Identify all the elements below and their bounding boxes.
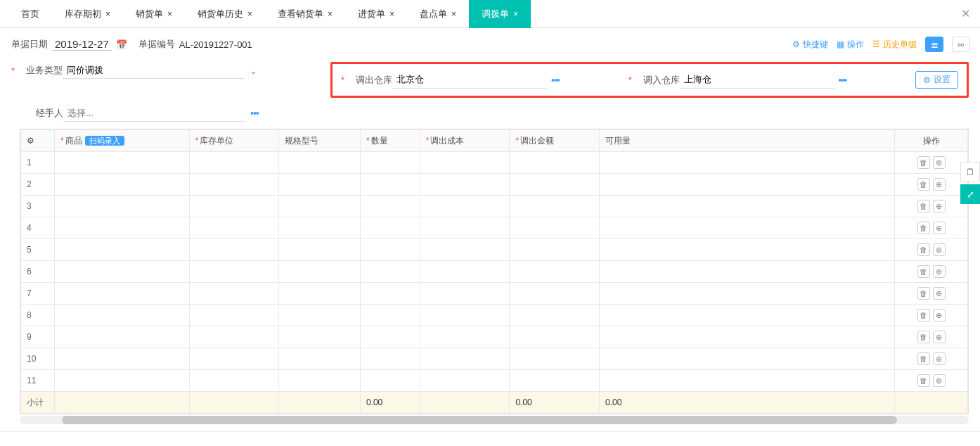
table-row[interactable]: 3🗑⊕ [21,196,968,217]
close-icon[interactable]: ✕ [961,7,970,20]
tab-销货单历史[interactable]: 销货单历史× [185,0,265,28]
table-row[interactable]: 11🗑⊕ [21,370,968,392]
docno-value: AL-20191227-001 [179,39,252,50]
col-unit: *库存单位 [189,130,279,152]
tab-查看销货单[interactable]: 查看销货单× [265,0,345,28]
col-spec: 规格型号 [279,130,361,152]
more-icon[interactable]: ••• [551,75,560,86]
col-cost: *调出成本 [420,130,510,152]
shortcut-link[interactable]: ⚙快捷键 [792,39,828,51]
delete-icon[interactable]: 🗑 [917,374,930,387]
close-icon[interactable]: × [389,9,394,19]
gear-icon: ⚙ [923,75,931,85]
in-wh-label: 调入仓库 [636,74,680,87]
table-row[interactable]: 2🗑⊕ [21,174,968,196]
line-items-grid: ⚙ *商品扫码录入 *库存单位 规格型号 *数量 *调出成本 *调出金额 可用量… [20,129,969,414]
chevron-down-icon[interactable]: ⌄ [250,65,257,76]
calendar-icon[interactable]: 📅 [116,39,127,50]
date-value[interactable]: 2019-12-27 [52,38,112,51]
close-icon[interactable]: × [167,9,172,19]
delete-icon[interactable]: 🗑 [917,265,930,278]
add-icon[interactable]: ⊕ [933,200,946,212]
table-row[interactable]: 9🗑⊕ [21,326,968,348]
biz-type-input[interactable] [63,62,245,79]
expand-icon[interactable]: ⤢ [960,184,980,204]
add-icon[interactable]: ⊕ [933,178,946,191]
list-icon: ☰ [872,39,880,49]
delete-icon[interactable]: 🗑 [917,200,930,212]
out-wh-input[interactable] [392,72,547,89]
delete-icon[interactable]: 🗑 [917,156,930,169]
tab-首页[interactable]: 首页 [8,0,52,28]
close-icon[interactable]: × [328,9,333,19]
table-row[interactable]: 7🗑⊕ [21,283,968,305]
form-row-1: * 业务类型 ⌄ * 调出仓库 ••• * 调入仓库 ••• ⚙设置 [0,58,980,105]
close-icon[interactable]: × [105,9,110,19]
delete-icon[interactable]: 🗑 [917,222,930,234]
operate-link[interactable]: ▦操作 [837,39,864,51]
more-icon[interactable]: ••• [250,108,259,119]
add-icon[interactable]: ⊕ [933,309,946,321]
delete-icon[interactable]: 🗑 [917,331,930,343]
close-icon[interactable]: × [513,9,518,19]
doc-header: 单据日期 2019-12-27 📅 单据编号 AL-20191227-001 ⚙… [0,28,980,58]
table-row[interactable]: 4🗑⊕ [21,217,968,239]
col-product: *商品扫码录入 [55,130,190,152]
col-gear[interactable]: ⚙ [21,130,55,152]
grid-icon: ▦ [837,39,844,49]
view-list-button[interactable]: ≣ [925,37,943,52]
subtotal-row: 小计0.000.000.00 [21,392,968,414]
table-row[interactable]: 6🗑⊕ [21,261,968,283]
delete-icon[interactable]: 🗑 [917,178,930,191]
delete-icon[interactable]: 🗑 [917,309,930,321]
col-amount: *调出金额 [510,130,600,152]
add-icon[interactable]: ⊕ [933,243,946,256]
add-icon[interactable]: ⊕ [933,265,946,278]
highlighted-warehouse-block: * 调出仓库 ••• * 调入仓库 ••• ⚙设置 [330,62,969,98]
biz-type-field: * 业务类型 ⌄ [11,62,314,79]
notes-icon[interactable]: 🗒 [960,162,980,181]
gear-icon: ⚙ [792,39,800,49]
table-row[interactable]: 1🗑⊕ [21,152,968,174]
date-label: 单据日期 [11,38,48,51]
handler-label: 经手人 [20,107,63,120]
horizontal-scrollbar[interactable] [20,416,969,424]
add-icon[interactable]: ⊕ [933,156,946,169]
delete-icon[interactable]: 🗑 [917,243,930,256]
col-avail: 可用量 [600,130,895,152]
tab-库存期初[interactable]: 库存期初× [52,0,123,28]
in-wh-input[interactable] [680,72,834,89]
table-row[interactable]: 8🗑⊕ [21,305,968,326]
side-float-panel: 🗒 ⤢ [960,162,980,204]
tab-盘点单[interactable]: 盘点单× [407,0,469,28]
delete-icon[interactable]: 🗑 [917,352,930,365]
docno-label: 单据编号 [138,38,175,51]
biz-type-label: 业务类型 [19,64,63,77]
tab-进货单[interactable]: 进货单× [345,0,407,28]
table-row[interactable]: 5🗑⊕ [21,239,968,261]
view-card-button[interactable]: ▫▫ [952,37,970,52]
close-icon[interactable]: × [247,9,252,19]
handler-field: 经手人 ••• [11,105,314,122]
add-icon[interactable]: ⊕ [933,374,946,387]
tab-bar: 首页库存期初×销货单×销货单历史×查看销货单×进货单×盘点单×调拨单× [0,0,980,28]
scan-badge[interactable]: 扫码录入 [85,136,124,146]
delete-icon[interactable]: 🗑 [917,287,930,300]
col-qty: *数量 [360,130,420,152]
col-op: 操作 [895,130,968,152]
tab-调拨单[interactable]: 调拨单× [469,0,531,28]
add-icon[interactable]: ⊕ [933,287,946,300]
add-icon[interactable]: ⊕ [933,331,946,343]
close-icon[interactable]: × [451,9,456,19]
bottom-bar [0,431,980,446]
settings-button[interactable]: ⚙设置 [915,71,958,89]
handler-input[interactable] [63,105,246,122]
tab-销货单[interactable]: 销货单× [123,0,185,28]
add-icon[interactable]: ⊕ [933,222,946,234]
history-link[interactable]: ☰历史单据 [872,39,917,51]
add-icon[interactable]: ⊕ [933,352,946,365]
more-icon[interactable]: ••• [839,75,847,86]
out-wh-label: 调出仓库 [349,74,392,87]
table-row[interactable]: 10🗑⊕ [21,348,968,370]
